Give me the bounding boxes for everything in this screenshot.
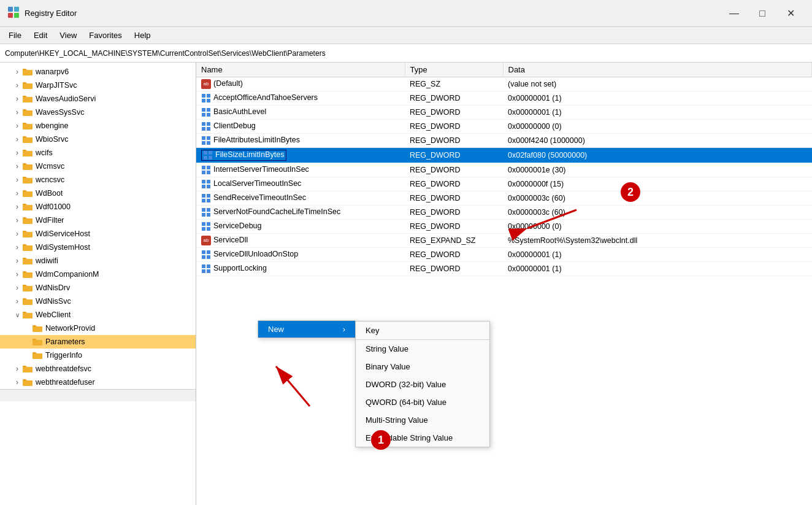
table-row[interactable]: AcceptOfficeAndTahoeServersREG_DWORD0x00… (196, 91, 812, 106)
tree-item[interactable]: › Wdf01000 (0, 200, 196, 214)
tree-item[interactable]: › WbioSrvc (0, 133, 196, 146)
submenu[interactable]: Key String Value Binary Value DWORD (32-… (355, 321, 490, 447)
table-row[interactable]: ClientDebugREG_DWORD0x00000000 (0) (196, 120, 812, 134)
expand-icon[interactable]: › (12, 107, 22, 117)
context-menu-new[interactable]: New › (258, 321, 355, 337)
expand-icon[interactable]: › (12, 215, 22, 225)
tree-item[interactable]: › wdiwifi (0, 254, 196, 268)
svg-rect-10 (23, 151, 33, 156)
menu-favorites[interactable]: Favorites (83, 29, 128, 42)
svg-rect-57 (207, 194, 210, 198)
expand-icon[interactable]: › (12, 121, 22, 131)
expand-icon[interactable]: › (12, 364, 22, 374)
submenu-multi-string[interactable]: Multi-String Value (356, 411, 489, 429)
tree-item[interactable]: › WdBoot (0, 187, 196, 200)
table-row[interactable]: abServiceDllREG_EXPAND_SZ%SystemRoot%\Sy… (196, 234, 812, 248)
tree-item[interactable]: › wcifs (0, 146, 196, 160)
table-row[interactable]: ServiceDllUnloadOnStopREG_DWORD0x0000000… (196, 248, 812, 262)
tree-item[interactable]: › WavesAudioServi (0, 92, 196, 106)
menu-file[interactable]: File (2, 29, 28, 42)
expand-icon[interactable]: › (12, 94, 22, 104)
submenu-qword-value[interactable]: QWORD (64-bit) Value (356, 393, 489, 411)
tree-item[interactable]: › WdiSystemHost (0, 241, 196, 254)
expand-icon[interactable]: › (12, 242, 22, 252)
tree-item[interactable]: › WdNisSvc (0, 295, 196, 308)
submenu-key[interactable]: Key (356, 322, 489, 339)
reg-icon-dword (201, 121, 211, 131)
tree-item[interactable]: › webthreatdefuser (0, 376, 196, 389)
submenu-dword-value[interactable]: DWORD (32-bit) Value (356, 376, 489, 393)
reg-name: FileSizeLimitInBytes (196, 148, 405, 163)
folder-icon (32, 324, 43, 333)
tree-item[interactable]: › WdNisDrv (0, 281, 196, 295)
table-row[interactable]: SupportLockingREG_DWORD0x00000001 (1) (196, 262, 812, 276)
expand-icon[interactable]: › (12, 269, 22, 279)
expand-icon[interactable]: › (12, 161, 22, 171)
table-row[interactable]: BasicAuthLevelREG_DWORD0x00000001 (1) (196, 106, 812, 120)
expand-icon[interactable]: › (12, 377, 22, 387)
minimize-button[interactable]: — (720, 4, 748, 23)
svg-rect-66 (202, 227, 205, 231)
expand-icon[interactable]: › (12, 175, 22, 185)
expand-icon[interactable]: › (12, 188, 22, 198)
expand-icon[interactable]: › (12, 67, 22, 77)
folder-icon (22, 216, 33, 225)
menu-help[interactable]: Help (128, 29, 157, 42)
reg-data: 0x00000001 (1) (503, 262, 812, 276)
table-row[interactable]: ServerNotFoundCacheLifeTimeInSecREG_DWOR… (196, 206, 812, 220)
table-row[interactable]: InternetServerTimeoutInSecREG_DWORD0x000… (196, 163, 812, 177)
tree-item[interactable]: › WdFilter (0, 214, 196, 227)
expand-icon[interactable]: › (12, 134, 22, 144)
tree-item[interactable]: › wcncsvc (0, 173, 196, 187)
tree-item[interactable]: › webthreatdefsvc (0, 362, 196, 376)
reg-icon-dword (201, 93, 211, 103)
titlebar: Registry Editor — □ ✕ (0, 0, 812, 27)
reg-name: FileAttributesLimitInBytes (196, 134, 405, 148)
tree-item[interactable]: NetworkProvid (0, 322, 196, 335)
tree-item[interactable]: › WavesSysSvc (0, 106, 196, 119)
table-row[interactable]: SendReceiveTimeoutInSecREG_DWORD0x000000… (196, 191, 812, 206)
expand-icon[interactable]: › (12, 202, 22, 212)
svg-rect-16 (23, 232, 33, 237)
reg-name: ServiceDebug (196, 220, 405, 234)
tree-item[interactable]: › wbengine (0, 119, 196, 133)
submenu-string-value[interactable]: String Value (356, 339, 489, 358)
context-menu[interactable]: New › Key String Value Binary Value DWOR… (258, 320, 356, 338)
expand-icon[interactable] (22, 323, 32, 333)
close-button[interactable]: ✕ (776, 4, 805, 23)
tree-label: NetworkProvid (45, 324, 95, 333)
maximize-button[interactable]: □ (748, 4, 776, 23)
tree-item[interactable]: › WdmCompanionM (0, 268, 196, 281)
expand-icon[interactable]: › (12, 256, 22, 266)
svg-rect-9 (23, 137, 33, 143)
expand-icon[interactable]: › (12, 229, 22, 239)
tree-item[interactable]: › Wcmsvc (0, 160, 196, 173)
tree-panel[interactable]: › wanarpv6› WarpJITSvc› WavesAudioServi›… (0, 63, 196, 505)
expand-icon[interactable]: › (12, 148, 22, 158)
svg-rect-55 (207, 185, 210, 188)
svg-rect-12 (23, 178, 33, 183)
menu-view[interactable]: View (53, 29, 83, 42)
expand-icon[interactable]: › (12, 283, 22, 293)
table-row[interactable]: LocalServerTimeoutInSecREG_DWORD0x000000… (196, 177, 812, 191)
tree-item[interactable]: › wanarpv6 (0, 65, 196, 79)
expand-icon[interactable]: › (12, 80, 22, 90)
menu-edit[interactable]: Edit (28, 29, 53, 42)
table-row[interactable]: FileSizeLimitInBytesREG_DWORD0x02faf080 … (196, 148, 812, 163)
table-row[interactable]: ab(Default)REG_SZ(value not set) (196, 77, 812, 91)
tree-item[interactable]: › WdiServiceHost (0, 227, 196, 241)
tree-item[interactable]: TriggerInfo (0, 349, 196, 362)
expand-icon[interactable] (22, 350, 32, 360)
expand-icon[interactable]: ∨ (12, 310, 22, 320)
table-row[interactable]: ServiceDebugREG_DWORD0x00000000 (0) (196, 220, 812, 234)
svg-rect-62 (202, 213, 205, 217)
table-row[interactable]: FileAttributesLimitInBytesREG_DWORD0x000… (196, 134, 812, 148)
tree-item[interactable]: ∨ WebClient (0, 308, 196, 322)
expand-icon[interactable]: › (12, 296, 22, 306)
svg-rect-58 (202, 199, 205, 202)
tree-item[interactable]: › WarpJITSvc (0, 79, 196, 92)
svg-rect-21 (23, 299, 33, 305)
submenu-binary-value[interactable]: Binary Value (356, 358, 489, 376)
expand-icon[interactable] (22, 337, 32, 347)
tree-item[interactable]: Parameters (0, 335, 196, 349)
